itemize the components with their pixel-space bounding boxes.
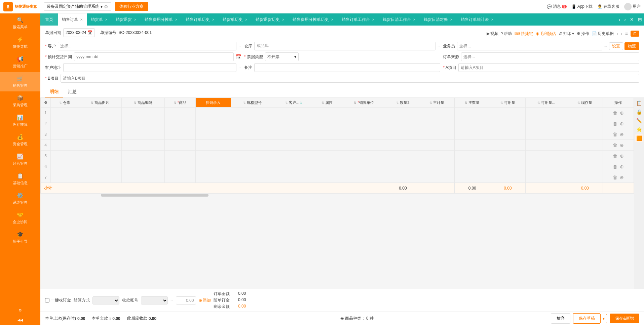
fullscreen-btn[interactable]: ⊡ xyxy=(631,31,639,37)
delivery-date-input[interactable] xyxy=(74,52,234,61)
right-icon-3[interactable]: ✏️ xyxy=(635,117,643,125)
save-draft-btn[interactable]: 保存草稿 xyxy=(573,313,600,324)
app-download-btn[interactable]: 📱 App下载 xyxy=(571,4,593,9)
nav-prev-btn[interactable]: ‹ xyxy=(616,31,618,36)
tab-close-icon[interactable]: ✕ xyxy=(282,18,285,22)
tab-sales-order[interactable]: 销售订单 ✕ xyxy=(58,13,87,26)
message-btn[interactable]: 💬 消息 9 xyxy=(547,4,567,9)
nav-right-btn[interactable]: › xyxy=(622,17,628,22)
tab-close-icon[interactable]: ✕ xyxy=(175,18,178,22)
tab-detail[interactable]: 明细 xyxy=(45,87,63,97)
save-draft-dropdown-btn[interactable]: ▾ xyxy=(600,314,607,323)
copy-row-btn[interactable]: ⊕ xyxy=(620,121,624,126)
tab-order-history[interactable]: 销售订单历史 ✕ xyxy=(182,13,219,26)
tab-fee-split[interactable]: 销售费用分摊单 ✕ xyxy=(141,13,182,26)
delete-row-btn[interactable]: 🗑 xyxy=(613,153,617,159)
warehouse-more-btn[interactable]: ··· xyxy=(438,44,440,48)
payment-amount-input[interactable] xyxy=(176,296,196,304)
delete-row-btn[interactable]: 🗑 xyxy=(613,110,617,116)
remark-input[interactable] xyxy=(254,63,441,72)
col-scan[interactable]: 扫码录入 xyxy=(195,98,231,108)
right-icon-5[interactable]: 🟧 xyxy=(635,134,643,142)
sidebar-settings-btn[interactable]: ⚙ xyxy=(0,306,40,315)
tab-return[interactable]: 销货退货 ✕ xyxy=(112,13,141,26)
sidebar-item-quick-nav[interactable]: ⚡ 快捷导航 xyxy=(0,33,40,52)
setting-field-btn[interactable]: 设置 xyxy=(609,42,623,50)
system-title[interactable]: 装备及固定资产辅助管理系统 ▾ ⚙ xyxy=(44,2,111,11)
operation-btn[interactable]: ⚙ 操作 xyxy=(577,31,589,37)
nav-left-btn[interactable]: ‹ xyxy=(617,17,622,22)
shortcut-btn[interactable]: ⌨ 快捷键 xyxy=(515,31,533,37)
tab-close-icon[interactable]: ✕ xyxy=(245,18,248,22)
tab-summary[interactable]: 汇总 xyxy=(63,87,81,97)
delete-row-btn[interactable]: 🗑 xyxy=(613,175,617,180)
one-click-checkbox-input[interactable] xyxy=(45,298,49,302)
tab-daily-clear-workbench[interactable]: 钱货日清工作台 ✕ xyxy=(379,13,420,26)
online-service-btn[interactable]: 👨‍💼 在线客服 xyxy=(597,4,619,9)
warehouse-input[interactable]: 成品库 xyxy=(254,42,435,50)
sidebar-item-sales[interactable]: 🛒 销售管理 xyxy=(0,72,40,91)
tab-close-icon[interactable]: ✕ xyxy=(105,18,108,22)
sidebar-item-finance[interactable]: 💰 资金管理 xyxy=(0,130,40,150)
account-more-btn[interactable]: ··· xyxy=(171,298,173,302)
date-input[interactable]: 2023-03-24 📅 xyxy=(63,28,95,37)
copy-row-btn[interactable]: ⊕ xyxy=(620,110,624,116)
delete-row-btn[interactable]: 🗑 xyxy=(613,132,617,137)
tab-close-icon[interactable]: ✕ xyxy=(413,18,416,22)
scrollbar-area[interactable] xyxy=(40,194,634,197)
tab-close-icon[interactable]: ✕ xyxy=(372,18,375,22)
tab-close-icon[interactable]: ✕ xyxy=(491,18,494,22)
tab-fee-history[interactable]: 销售费用分摊单历史 ✕ xyxy=(289,13,338,26)
tab-sales-goods[interactable]: 销货单 ✕ xyxy=(87,13,112,26)
tab-close-icon[interactable]: ✕ xyxy=(331,18,334,22)
sidebar-item-enterprise[interactable]: 🤝 企业协同 xyxy=(0,208,40,228)
add-payment-btn[interactable]: ⊕ 添加 xyxy=(199,297,211,303)
sidebar-item-marketing[interactable]: 📢 营销推广 xyxy=(0,52,40,72)
sidebar-item-system[interactable]: ⚙️ 系统管理 xyxy=(0,189,40,208)
copy-row-btn[interactable]: ⊕ xyxy=(620,175,624,180)
right-icon-1[interactable]: 📋 xyxy=(635,99,643,107)
order-source-input[interactable] xyxy=(461,52,639,61)
tab-return-history[interactable]: 销货退货历史 ✕ xyxy=(252,13,289,26)
sidebar-item-guide[interactable]: 🎓 新手引导 xyxy=(0,228,40,247)
tab-daily-reconcile[interactable]: 钱货日清对账 ✕ xyxy=(420,13,457,26)
nav-expand-btn[interactable]: ⊞ xyxy=(636,17,644,22)
tab-goods-history[interactable]: 销货单历史 ✕ xyxy=(219,13,252,26)
layout-icon[interactable]: ≡ xyxy=(625,31,628,36)
tab-close-icon[interactable]: ✕ xyxy=(80,18,83,22)
profit-forecast-btn[interactable]: ◉ 毛利预估 xyxy=(536,31,556,37)
delete-row-btn[interactable]: 🗑 xyxy=(613,121,617,126)
salesperson-more-btn[interactable]: ··· xyxy=(604,44,607,48)
copy-row-btn[interactable]: ⊕ xyxy=(620,132,624,137)
sidebar-collapse-btn[interactable]: ◀◀ xyxy=(0,315,40,325)
settings-icon[interactable]: ⚙ xyxy=(104,4,108,9)
industry-btn[interactable]: 体验行业方案 xyxy=(115,2,148,11)
sidebar-item-purchase[interactable]: 📦 采购管理 xyxy=(0,91,40,111)
view-btn[interactable]: ▶ 视频 xyxy=(487,31,498,37)
settlement-select[interactable] xyxy=(92,296,119,304)
add-field-btn[interactable]: 物流 xyxy=(624,42,639,50)
right-icon-2[interactable]: 🔒 xyxy=(635,108,643,116)
save-new-btn[interactable]: 保存&新增 xyxy=(610,314,639,323)
one-click-checkbox[interactable]: 一键收订金 xyxy=(45,297,71,303)
copy-row-btn[interactable]: ⊕ xyxy=(620,164,624,169)
scrollbar-thumb[interactable] xyxy=(101,194,209,197)
print-btn[interactable]: 🖨 打印 ▾ xyxy=(559,31,574,37)
delete-row-btn[interactable]: 🗑 xyxy=(613,164,617,169)
tab-close-icon[interactable]: ✕ xyxy=(134,18,137,22)
sidebar-item-operations[interactable]: 📈 经营管理 xyxy=(0,150,40,169)
address-more-btn[interactable]: ··· xyxy=(238,66,241,70)
user-btn[interactable]: 用户 xyxy=(624,3,641,10)
table-wrapper[interactable]: ⚙ ⇅ 仓库 ⇅ 商品图片 ⇅ 商品编码 ⇅ *商品 扫码录入 ⇅ 规格型号 ⇅… xyxy=(40,98,634,289)
sidebar-item-basic-info[interactable]: 📋 基础信息 xyxy=(0,169,40,189)
tab-close-icon[interactable]: ✕ xyxy=(450,18,453,22)
discard-btn[interactable]: 放弃 xyxy=(551,313,570,324)
b-project-input[interactable] xyxy=(61,74,639,83)
right-icon-4[interactable]: ⭐ xyxy=(635,125,643,133)
address-input[interactable] xyxy=(63,63,236,72)
customer-more-btn[interactable]: ··· xyxy=(238,44,241,48)
tab-close-icon[interactable]: ✕ xyxy=(212,18,215,22)
help-btn[interactable]: ? 帮助 xyxy=(501,31,512,37)
account-select[interactable] xyxy=(141,296,168,304)
nav-close-all-btn[interactable]: ✕ xyxy=(628,17,636,22)
